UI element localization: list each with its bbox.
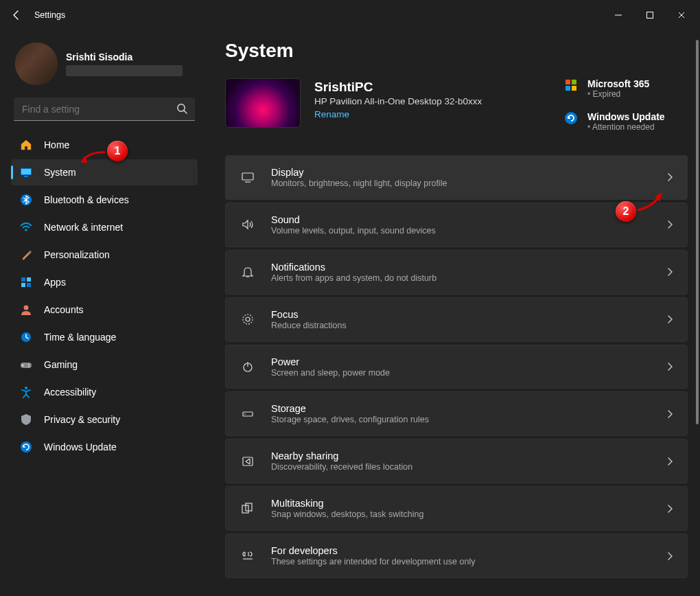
card-subtitle: Volume levels, output, input, sound devi… — [271, 226, 651, 236]
multitasking-icon — [238, 499, 257, 518]
bluetooth-icon — [18, 192, 34, 208]
personalization-icon — [18, 247, 34, 263]
svg-point-24 — [565, 112, 577, 124]
profile-email-redacted — [66, 65, 183, 76]
titlebar: Settings — [0, 0, 700, 30]
search-icon — [176, 102, 188, 115]
microsoft-365-status[interactable]: Microsoft 365 Expired — [564, 78, 688, 99]
focus-icon — [238, 310, 257, 329]
right-status: Expired — [587, 89, 649, 99]
page-title: System — [225, 40, 688, 62]
svg-point-19 — [21, 442, 32, 452]
card-title: Display — [271, 167, 651, 178]
sidebar-item-label: Accounts — [44, 304, 84, 315]
sidebar-item-time[interactable]: Time & language — [11, 324, 198, 350]
card-multitasking[interactable]: MultitaskingSnap windows, desktops, task… — [225, 486, 688, 531]
svg-rect-5 — [21, 169, 31, 174]
network-icon — [18, 219, 34, 236]
card-notifications[interactable]: NotificationsAlerts from apps and system… — [225, 250, 688, 295]
update-icon — [18, 439, 34, 455]
card-subtitle: Snap windows, desktops, task switching — [271, 509, 651, 519]
sidebar-item-network[interactable]: Network & internet — [11, 214, 198, 240]
right-title: Windows Update — [587, 111, 665, 122]
sidebar-item-update[interactable]: Windows Update — [11, 434, 198, 460]
sidebar-item-label: Accessibility — [44, 387, 96, 398]
svg-rect-9 — [21, 277, 25, 282]
card-focus[interactable]: FocusReduce distractions — [225, 297, 688, 342]
card-subtitle: Monitors, brightness, night light, displ… — [271, 179, 651, 188]
svg-rect-10 — [27, 277, 31, 282]
svg-point-16 — [28, 364, 30, 365]
sidebar-item-label: System — [44, 167, 76, 178]
svg-rect-25 — [242, 173, 253, 180]
svg-rect-20 — [565, 80, 570, 84]
card-title: Storage — [271, 403, 651, 414]
card-sound[interactable]: SoundVolume levels, output, input, sound… — [225, 203, 688, 247]
scrollbar-thumb[interactable] — [696, 40, 699, 424]
profile-name: Srishti Sisodia — [66, 51, 183, 62]
search-field[interactable] — [14, 98, 195, 121]
chevron-right-icon — [665, 457, 675, 466]
sidebar-item-system[interactable]: System — [11, 159, 198, 185]
nav: Home System Bluetooth & devices Network … — [11, 132, 198, 460]
card-subtitle: Storage space, drives, configuration rul… — [271, 415, 651, 424]
storage-icon — [238, 404, 257, 424]
sidebar: Srishti Sisodia Home System Bluetooth & … — [0, 30, 206, 596]
svg-point-27 — [243, 314, 253, 324]
maximize-button[interactable] — [634, 4, 666, 26]
developers-icon — [238, 547, 257, 566]
svg-rect-12 — [27, 283, 31, 287]
profile[interactable]: Srishti Sisodia — [15, 43, 194, 85]
sidebar-item-accessibility[interactable]: Accessibility — [11, 379, 198, 405]
home-icon — [18, 137, 34, 153]
sound-icon — [238, 215, 257, 234]
sidebar-item-personalization[interactable]: Personalization — [11, 242, 198, 268]
sidebar-item-label: Windows Update — [44, 442, 117, 452]
notifications-icon — [238, 262, 257, 282]
accessibility-icon — [18, 384, 34, 400]
sidebar-item-home[interactable]: Home — [11, 132, 198, 158]
back-button[interactable] — [3, 1, 30, 29]
sidebar-item-accounts[interactable]: Accounts — [11, 297, 198, 323]
svg-rect-11 — [21, 283, 25, 287]
chevron-right-icon — [665, 504, 675, 514]
card-storage[interactable]: StorageStorage space, drives, configurat… — [225, 391, 688, 436]
apps-icon — [18, 274, 34, 290]
svg-point-13 — [24, 306, 29, 310]
sidebar-item-gaming[interactable]: Gaming — [11, 352, 198, 378]
rename-link[interactable]: Rename — [314, 109, 349, 119]
device-model: HP Pavilion All-in-One Desktop 32-b0xxx — [314, 96, 550, 106]
main-content: System SrishtiPC HP Pavilion All-in-One … — [206, 30, 700, 596]
device-name: SrishtiPC — [314, 80, 550, 95]
sidebar-item-bluetooth[interactable]: Bluetooth & devices — [11, 187, 198, 213]
gaming-icon — [18, 356, 34, 373]
card-title: Sound — [271, 214, 651, 225]
windows-update-status[interactable]: Windows Update Attention needed — [564, 111, 688, 132]
search-input[interactable] — [14, 98, 195, 121]
sidebar-item-apps[interactable]: Apps — [11, 269, 198, 295]
sidebar-item-privacy[interactable]: Privacy & security — [11, 406, 198, 433]
svg-line-3 — [184, 111, 187, 113]
card-developers[interactable]: For developersThese settings are intende… — [225, 534, 688, 578]
scrollbar[interactable] — [696, 40, 699, 596]
accounts-icon — [18, 301, 34, 318]
nearby-icon — [238, 452, 257, 471]
card-subtitle: Alerts from apps and system, do not dist… — [271, 273, 651, 283]
chevron-right-icon — [665, 172, 675, 182]
windows-update-icon — [564, 111, 579, 126]
sidebar-item-label: Time & language — [44, 332, 116, 343]
privacy-icon — [18, 411, 34, 428]
chevron-right-icon — [665, 220, 675, 229]
svg-rect-22 — [565, 86, 570, 91]
close-button[interactable] — [666, 4, 697, 26]
card-title: For developers — [271, 545, 651, 556]
card-title: Nearby sharing — [271, 450, 651, 461]
svg-point-8 — [25, 229, 27, 231]
settings-list: DisplayMonitors, brightness, night light… — [225, 155, 688, 578]
card-nearby[interactable]: Nearby sharingDiscoverability, received … — [225, 439, 688, 483]
card-power[interactable]: PowerScreen and sleep, power mode — [225, 345, 688, 389]
minimize-button[interactable] — [603, 4, 634, 26]
card-display[interactable]: DisplayMonitors, brightness, night light… — [225, 155, 688, 200]
svg-point-18 — [25, 387, 27, 389]
device-thumbnail[interactable] — [225, 78, 301, 128]
